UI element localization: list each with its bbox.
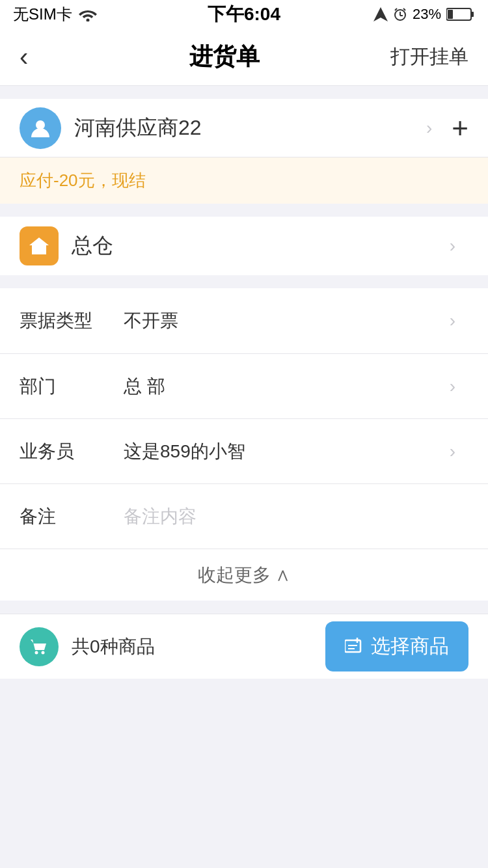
svg-marker-1 — [373, 7, 388, 21]
warehouse-icon — [20, 226, 59, 265]
gray-background — [0, 679, 488, 868]
warehouse-chevron-icon: › — [450, 236, 455, 256]
warehouse-section: 总仓 › — [0, 217, 488, 275]
salesperson-row[interactable]: 业务员 这是859的小智 › — [0, 418, 488, 483]
select-product-label: 选择商品 — [371, 633, 449, 660]
svg-point-11 — [35, 651, 38, 654]
supplier-avatar — [20, 107, 61, 149]
status-right: 23% — [373, 6, 475, 23]
product-count: 共0种商品 — [72, 634, 325, 659]
select-product-button[interactable]: 选择商品 — [325, 621, 468, 671]
supplier-name: 河南供应商22 — [74, 114, 426, 142]
nav-bar: ‹ 进货单 打开挂单 — [0, 29, 488, 86]
status-time: 下午6:04 — [208, 2, 280, 27]
svg-line-5 — [395, 8, 397, 10]
invoice-type-label: 票据类型 — [20, 308, 111, 333]
warehouse-name: 总仓 — [72, 232, 450, 260]
invoice-type-chevron-icon: › — [450, 310, 455, 331]
supplier-chevron-icon: › — [426, 118, 432, 139]
product-section: 共0种商品 选择商品 — [0, 614, 488, 679]
back-button[interactable]: ‹ — [20, 42, 59, 72]
open-pending-button[interactable]: 打开挂单 — [390, 44, 468, 70]
remarks-input[interactable]: 备注内容 — [124, 504, 468, 529]
department-label: 部门 — [20, 374, 111, 399]
remarks-label: 备注 — [20, 504, 111, 529]
page-title: 进货单 — [189, 41, 260, 73]
svg-point-0 — [86, 19, 89, 22]
home-icon — [28, 235, 50, 257]
cart-icon — [28, 636, 50, 658]
add-product-icon — [345, 638, 364, 656]
section-gap-4 — [0, 601, 488, 614]
section-gap-1 — [0, 86, 488, 99]
salesperson-value: 这是859的小智 — [124, 439, 450, 464]
battery-icon — [446, 7, 475, 21]
status-bar: 无SIM卡 下午6:04 23% — [0, 0, 488, 29]
section-gap-3 — [0, 275, 488, 288]
department-chevron-icon: › — [450, 376, 455, 397]
supplier-row[interactable]: 河南供应商22 › + — [0, 99, 488, 157]
add-supplier-button[interactable]: + — [452, 112, 468, 144]
svg-rect-9 — [448, 10, 453, 19]
svg-point-10 — [36, 120, 45, 129]
svg-rect-8 — [471, 12, 474, 17]
invoice-type-row[interactable]: 票据类型 不开票 › — [0, 288, 488, 353]
wifi-icon — [79, 7, 97, 21]
svg-point-12 — [42, 651, 45, 654]
person-icon — [29, 116, 52, 140]
invoice-type-value: 不开票 — [124, 308, 450, 333]
alarm-icon — [393, 7, 407, 21]
department-row[interactable]: 部门 总 部 › — [0, 353, 488, 418]
salesperson-label: 业务员 — [20, 439, 111, 464]
section-gap-2 — [0, 204, 488, 217]
form-section: 票据类型 不开票 › 部门 总 部 › 业务员 这是859的小智 › 备注 备注… — [0, 288, 488, 601]
warehouse-row[interactable]: 总仓 › — [0, 217, 488, 275]
remarks-row[interactable]: 备注 备注内容 — [0, 483, 488, 549]
supplier-section: 河南供应商22 › + 应付-20元，现结 — [0, 99, 488, 204]
svg-line-6 — [403, 8, 405, 10]
status-carrier: 无SIM卡 — [13, 4, 97, 25]
product-icon — [20, 627, 59, 666]
salesperson-chevron-icon: › — [450, 441, 455, 462]
notice-banner: 应付-20元，现结 — [0, 157, 488, 204]
department-value: 总 部 — [124, 374, 450, 399]
location-icon — [373, 7, 388, 21]
collapse-toggle[interactable]: 收起更多 ∧ — [0, 549, 488, 601]
